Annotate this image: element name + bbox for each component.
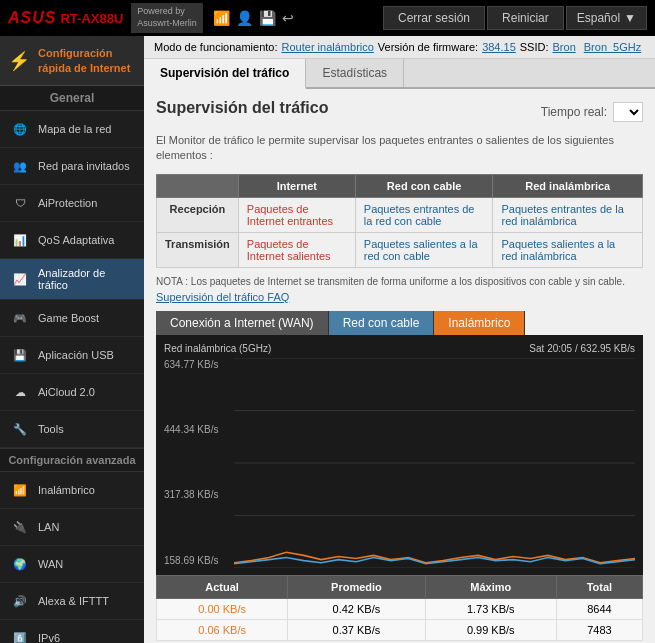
wireless-adv-icon: 📶 [10,480,30,500]
description-text: El Monitor de tráfico le permite supervi… [156,133,643,164]
sidebar-item-label: Mapa de la red [38,123,111,135]
sidebar-item-label: IPv6 [38,632,60,643]
chart-inner: 634.77 KB/s 444.34 KB/s 317.38 KB/s 158.… [164,358,635,568]
content-area: Supervisión del tráfico Tiempo real: El … [144,89,655,643]
realtime-label: Tiempo real: [541,105,607,119]
reception-wireless[interactable]: Paquetes entrantes de la red inalámbrica [493,197,643,232]
page-title: Supervisión del tráfico [156,99,328,117]
aiprotection-icon: 🛡 [10,193,30,213]
col-internet: Internet [238,174,355,197]
game-boost-icon: 🎮 [10,308,30,328]
router-mode-link[interactable]: Router inalámbrico [282,41,374,53]
header: ASUS RT-AX88U Powered byAsuswrt-Merlin 📶… [0,0,655,36]
tab-stats[interactable]: Estadísticas [306,59,404,87]
table-row: Recepción Paquetes de Internet entrantes… [157,197,643,232]
sidebar-item-ipv6[interactable]: 6️⃣ IPv6 [0,620,144,643]
layout: ⚡ Configuración rápida de Internet Gener… [0,36,655,643]
chart-svg-area [234,358,635,568]
quick-setup-icon: ⚡ [8,50,30,72]
restart-button[interactable]: Reiniciar [487,6,564,30]
reception-cable[interactable]: Paquetes entrantes de la red con cable [355,197,493,232]
traffic-icon: 📈 [10,269,30,289]
sidebar-item-qos[interactable]: 📊 QoS Adaptativa [0,222,144,259]
usb-app-icon: 💾 [10,345,30,365]
note-text: NOTA : Los paquetes de Internet se trans… [156,276,643,287]
network-map-icon: 🌐 [10,119,30,139]
sidebar-item-label: Game Boost [38,312,99,324]
y-label-3: 317.38 KB/s [164,490,234,500]
stats-total-1: 8644 [556,598,642,619]
tools-icon: 🔧 [10,419,30,439]
stats-row-2: 0.06 KB/s 0.37 KB/s 0.99 KB/s 7483 [157,619,643,640]
ipv6-icon: 6️⃣ [10,628,30,643]
y-label-2: 444.34 KB/s [164,425,234,435]
sidebar-top-label: Configuración rápida de Internet [38,46,136,75]
sub-tab-cable[interactable]: Red con cable [329,311,435,335]
user-icon: 👤 [236,10,253,26]
transmission-internet[interactable]: Paquetes de Internet salientes [238,232,355,267]
sub-tab-wireless[interactable]: Inalámbrico [434,311,525,335]
back-icon: ↩ [282,10,294,26]
sidebar-item-alexa[interactable]: 🔊 Alexa & IFTTT [0,583,144,620]
guest-network-icon: 👥 [10,156,30,176]
mode-bar: Modo de funcionamiento: Router inalámbri… [144,36,655,59]
main-tabs: Supervisión del tráfico Estadísticas [144,59,655,89]
ssid1-link[interactable]: Bron [553,41,576,53]
reception-internet[interactable]: Paquetes de Internet entrantes [238,197,355,232]
main-content: Modo de funcionamiento: Router inalámbri… [144,36,655,643]
router-model: RT-AX88U [60,11,123,26]
general-section-label: General [0,86,144,111]
wan-icon: 🌍 [10,554,30,574]
table-row: Transmisión Paquetes de Internet salient… [157,232,643,267]
sidebar-item-traffic-analyzer[interactable]: 📈 Analizador de tráfico [0,259,144,300]
wifi-icon: 📶 [213,10,230,26]
stats-max-1: 1.73 KB/s [425,598,556,619]
col-wireless: Red inalámbrica [493,174,643,197]
sidebar-item-tools[interactable]: 🔧 Tools [0,411,144,448]
sidebar-item-label: Alexa & IFTTT [38,595,109,607]
language-button[interactable]: Español ▼ [566,6,647,30]
sidebar-item-network-map[interactable]: 🌐 Mapa de la red [0,111,144,148]
stats-col-avg: Promedio [288,575,425,598]
advanced-section-label: Configuración avanzada [0,448,144,472]
sidebar-item-wireless-adv[interactable]: 📶 Inalámbrico [0,472,144,509]
sidebar-item-game-boost[interactable]: 🎮 Game Boost [0,300,144,337]
stats-actual-1: 0.00 KB/s [157,598,288,619]
sidebar-item-guest-network[interactable]: 👥 Red para invitados [0,148,144,185]
stats-actual-2: 0.06 KB/s [157,619,288,640]
sidebar-item-label: AiCloud 2.0 [38,386,95,398]
sidebar-item-usb-app[interactable]: 💾 Aplicación USB [0,337,144,374]
chart-header: Red inalámbrica (5GHz) Sat 20:05 / 632.9… [164,343,635,354]
sidebar-item-lan[interactable]: 🔌 LAN [0,509,144,546]
ssid2-link[interactable]: Bron_5GHz [584,41,641,53]
realtime-row: Supervisión del tráfico Tiempo real: [156,99,643,125]
sidebar-item-aicloud[interactable]: ☁ AiCloud 2.0 [0,374,144,411]
tab-traffic[interactable]: Supervisión del tráfico [144,59,306,89]
sidebar-item-aiprotection[interactable]: 🛡 AiProtection [0,185,144,222]
chart-container: Red inalámbrica (5GHz) Sat 20:05 / 632.9… [156,335,643,575]
ssid-label: SSID: [520,41,549,53]
sidebar-item-wan[interactable]: 🌍 WAN [0,546,144,583]
col-cable: Red con cable [355,174,493,197]
sub-tab-wan[interactable]: Conexión a Internet (WAN) [156,311,329,335]
sidebar-top[interactable]: ⚡ Configuración rápida de Internet [0,36,144,86]
logout-button[interactable]: Cerrar sesión [383,6,485,30]
transmission-wireless[interactable]: Paquetes salientes a la red inalámbrica [493,232,643,267]
stats-col-total: Total [556,575,642,598]
stats-avg-1: 0.42 KB/s [288,598,425,619]
sidebar-item-label: Inalámbrico [38,484,95,496]
transmission-label: Transmisión [157,232,239,267]
faq-link[interactable]: Supervisión del tráfico FAQ [156,291,643,303]
mode-label: Modo de funcionamiento: [154,41,278,53]
sidebar-item-label: Aplicación USB [38,349,114,361]
firmware-version-link[interactable]: 384.15 [482,41,516,53]
chart-right-label: Sat 20:05 / 632.95 KB/s [529,343,635,354]
transmission-cable[interactable]: Paquetes salientes a la red con cable [355,232,493,267]
usb-icon: 💾 [259,10,276,26]
realtime-select[interactable] [613,102,643,122]
chart-left-label: Red inalámbrica (5GHz) [164,343,271,354]
header-icons: 📶 👤 💾 ↩ [213,10,294,26]
stats-max-2: 0.99 KB/s [425,619,556,640]
stats-row-1: 0.00 KB/s 0.42 KB/s 1.73 KB/s 8644 [157,598,643,619]
qos-icon: 📊 [10,230,30,250]
